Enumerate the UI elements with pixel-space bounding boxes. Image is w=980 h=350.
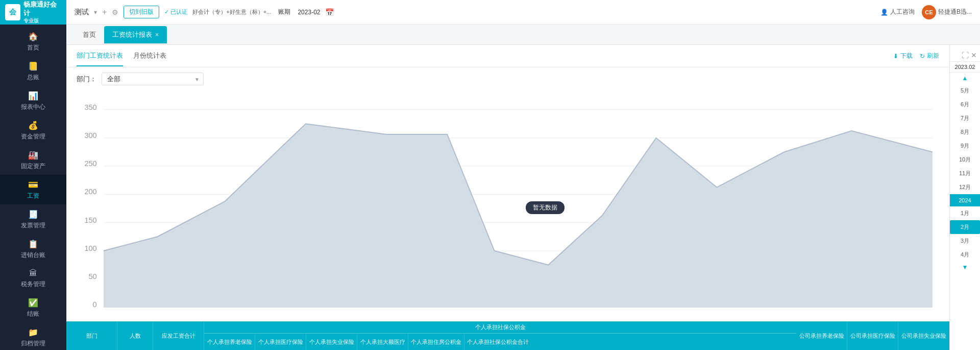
tab-close-icon[interactable]: × [155, 31, 159, 38]
svg-text:100: 100 [84, 244, 96, 252]
sidebar-item-funds[interactable]: 💰资金管理 [0, 115, 66, 145]
funds-icon: 💰 [28, 121, 38, 130]
svg-text:300: 300 [84, 131, 96, 139]
period-label: 账期 [278, 8, 290, 16]
expand-icon[interactable]: ⛶ [962, 51, 969, 59]
sub-tab-monthly[interactable]: 月份统计表 [133, 46, 166, 66]
chart-svg: 350 300 250 200 150 100 50 0 [77, 96, 939, 321]
th-personal-housing-fund: 个人承担住房公积金 [408, 334, 464, 350]
refresh-btn[interactable]: ↻ 刷新 [920, 52, 939, 60]
settings-icon[interactable]: ⚙ [112, 8, 118, 16]
table-header: 部门 人数 应发工资合计 个人承担社保公积金 [66, 321, 949, 350]
sidebar-item-ledger[interactable]: 📒总账 [0, 56, 66, 86]
month-8[interactable]: 8月 [950, 125, 980, 139]
sidebar-label-invoice: 发票管理 [21, 221, 45, 230]
month-10[interactable]: 10月 [950, 153, 980, 167]
sidebar-item-settle[interactable]: ✅结账 [0, 293, 66, 322]
sidebar-label-sales: 进销台账 [21, 251, 45, 260]
month-3[interactable]: 3月 [950, 234, 980, 248]
month-1[interactable]: 1月 [950, 206, 980, 220]
month-2-active[interactable]: 2月 [950, 220, 980, 234]
month-11[interactable]: 11月 [950, 167, 980, 180]
main-area: 测试 ▾ + ⚙ 切到旧版 ✓ 已认证 好会计（专）+好生意（标）+... 账期… [66, 0, 980, 350]
user-info[interactable]: CE 轻捷通B迅... [922, 5, 972, 19]
topbar: 测试 ▾ + ⚙ 切到旧版 ✓ 已认证 好会计（专）+好生意（标）+... 账期… [66, 0, 980, 25]
year-selector[interactable]: 2023.02 [950, 62, 980, 73]
tab-home[interactable]: 首页 [75, 26, 104, 43]
reports-icon: 📊 [28, 91, 38, 101]
sidebar-item-reports[interactable]: 📊报表中心 [0, 86, 66, 115]
logo-sub-text: 专业版 [23, 17, 61, 24]
th-total-salary: 应发工资合计 [153, 321, 204, 350]
th-personal-total: 个人承担社保公积金合计 [464, 334, 531, 350]
month-5[interactable]: 5月 [950, 84, 980, 98]
period-value: 2023-02 [298, 9, 320, 16]
invoice-icon: 🧾 [28, 209, 38, 219]
tab-salary-report[interactable]: 工资统计报表 × [104, 26, 167, 43]
sub-tab-dept[interactable]: 部门工资统计表 [77, 46, 123, 66]
scroll-up-btn[interactable]: ▲ [950, 73, 980, 84]
th-group-cols: 个人承担养老保险 个人承担医疗保险 个人承担失业保险 个人承担大额医疗 [204, 334, 796, 350]
refresh-icon: ↻ [920, 53, 925, 60]
th-personal-major-medical: 个人承担大额医疗 [357, 334, 408, 350]
month-6[interactable]: 6月 [950, 98, 980, 111]
support-btn[interactable]: 👤 人工咨询 [880, 8, 915, 16]
th-company-medical: 公司承担医疗保险 [847, 321, 898, 350]
th-personal-pension: 个人承担养老保险 [204, 334, 255, 350]
month-7[interactable]: 7月 [950, 111, 980, 125]
svg-text:250: 250 [84, 159, 96, 168]
sidebar-label-home: 首页 [27, 43, 39, 52]
scroll-down-btn[interactable]: ▼ [950, 262, 980, 273]
chart-area: 350 300 250 200 150 100 50 0 [66, 90, 949, 321]
right-panel: ⛶ ✕ 2023.02 ▲ 5月 6月 7月 8月 9月 10月 11月 12月… [949, 45, 980, 350]
year-2024-label: 2024 [950, 194, 980, 206]
month-9[interactable]: 9月 [950, 139, 980, 153]
th-dept: 部门 [66, 321, 117, 350]
sidebar-item-archive[interactable]: 📁归档管理 [0, 322, 66, 350]
month-12[interactable]: 12月 [950, 180, 980, 194]
svg-text:0: 0 [93, 300, 97, 309]
svg-marker-16 [104, 124, 933, 307]
certified-tag: ✓ 已认证 [164, 8, 187, 16]
svg-text:50: 50 [88, 272, 96, 281]
salary-icon: 💳 [28, 180, 38, 190]
sidebar-label-ledger: 总账 [27, 73, 39, 82]
download-label: 下载 [900, 52, 913, 60]
sidebar-label-archive: 归档管理 [21, 339, 45, 348]
filter-dept-wrap: 全部研发部市场部财务部人事部 [102, 73, 204, 85]
calendar-icon[interactable]: 📅 [325, 8, 334, 16]
th-company-unemployment: 公司承担失业保险 [898, 321, 949, 350]
sidebar-item-tax[interactable]: 🏛税务管理 [0, 264, 66, 293]
th-headcount: 人数 [117, 321, 153, 350]
close-icon[interactable]: ✕ [971, 51, 977, 59]
sidebar-item-sales[interactable]: 📋进销台账 [0, 234, 66, 264]
archive-icon: 📁 [28, 328, 38, 337]
month-4[interactable]: 4月 [950, 248, 980, 262]
filter-dept-label: 部门： [77, 75, 96, 84]
tabs-row: 首页 工资统计报表 × [66, 25, 980, 45]
logo-main-text: 畅康通好会计 [23, 1, 61, 18]
product-tags: 好会计（专）+好生意（标）+... [192, 8, 271, 16]
sidebar-logo: 会 畅康通好会计 专业版 [0, 0, 66, 25]
sidebar-label-tax: 税务管理 [21, 280, 45, 289]
company-name: 测试 [75, 8, 89, 17]
filter-row: 部门： 全部研发部市场部财务部人事部 [66, 67, 949, 90]
filter-dept-select[interactable]: 全部研发部市场部财务部人事部 [102, 73, 204, 85]
th-group-personal: 个人承担社保公积金 个人承担养老保险 个人承担医疗保险 个人承担失业保险 [204, 321, 796, 350]
download-btn[interactable]: ⬇ 下载 [893, 52, 913, 60]
th-personal-unemployment: 个人承担失业保险 [306, 334, 357, 350]
sidebar-item-invoice[interactable]: 🧾发票管理 [0, 204, 66, 234]
svg-text:350: 350 [84, 103, 96, 111]
ledger-icon: 📒 [28, 61, 38, 71]
sales-icon: 📋 [28, 239, 38, 249]
th-company-pension: 公司承担养老保险 [796, 321, 847, 350]
dropdown-arrow-icon[interactable]: ▾ [94, 9, 97, 16]
svg-text:200: 200 [84, 188, 96, 196]
switch-to-old-btn[interactable]: 切到旧版 [124, 6, 159, 18]
sidebar-item-home[interactable]: 🏠首页 [0, 27, 66, 56]
sidebar-item-assets[interactable]: 🏭固定资产 [0, 145, 66, 175]
add-icon[interactable]: + [102, 8, 107, 17]
content-body: 部门工资统计表 月份统计表 ⬇ 下载 ↻ 刷新 [66, 45, 980, 350]
sub-tabs: 部门工资统计表 月份统计表 [77, 46, 166, 66]
sidebar-item-salary[interactable]: 💳工资 [0, 175, 66, 204]
